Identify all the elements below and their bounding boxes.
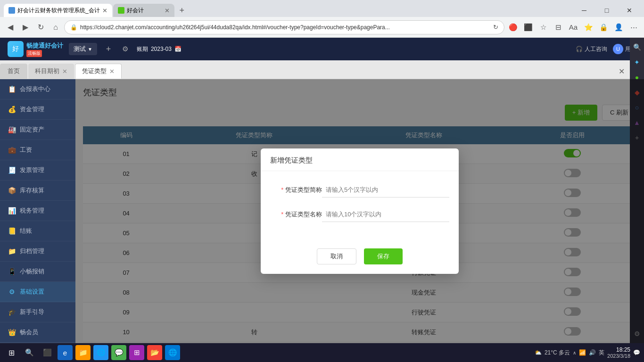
window-maximize[interactable]: □ xyxy=(596,4,618,17)
tab-voucher[interactable]: 凭证类型 ✕ xyxy=(75,64,122,79)
tab-voucher-close[interactable]: ✕ xyxy=(109,68,115,75)
period-info: 账期 2023-03 📅 xyxy=(137,45,182,53)
logo-text: 畅捷通好会计 xyxy=(26,41,63,50)
tab2-close-icon[interactable]: ✕ xyxy=(165,7,170,14)
window-minimize[interactable]: ─ xyxy=(573,4,595,17)
save-button[interactable]: 保存 xyxy=(364,248,403,264)
extension-icon-5[interactable]: Aa xyxy=(567,21,580,34)
taskbar-system-icons: ⛅ 21°C 多云 ∧ 📶 🔊 英 18:25 2023/3/18 💬 xyxy=(535,346,640,359)
taskbar-app-edge[interactable]: 🌐 xyxy=(165,345,180,360)
assets-icon: 🏭 xyxy=(8,125,16,134)
tab1-close-icon[interactable]: ✕ xyxy=(102,7,107,14)
calendar-icon[interactable]: 📅 xyxy=(174,46,182,52)
form-row-short: * 凭证类型简称 xyxy=(270,182,449,197)
tab-homepage[interactable]: 首页 xyxy=(0,64,27,79)
address-bar[interactable]: 🔒 https://cloud2.chanjet.com/accounting/… xyxy=(64,20,504,34)
guide-label: 新手引导 xyxy=(20,308,44,316)
dialog-overlay: 新增凭证类型 * 凭证类型简称 * 凭证类型名称 xyxy=(75,79,644,343)
taskbar-task-view[interactable]: ⬛ xyxy=(40,345,55,360)
tab2-title: 好会计 xyxy=(127,7,162,15)
tab-voucher-label: 凭证类型 xyxy=(82,67,107,75)
taskbar-app-3[interactable]: 🌐 xyxy=(93,345,108,360)
sidebar-item-archive[interactable]: 📁 归档管理 xyxy=(0,241,75,262)
forward-button[interactable]: ▶ xyxy=(19,21,32,34)
inventory-icon: 📦 xyxy=(8,186,16,195)
taskbar-app-2[interactable]: 📁 xyxy=(75,345,91,360)
taskbar-notification[interactable]: 💬 xyxy=(633,349,640,356)
cancel-button[interactable]: 取消 xyxy=(317,248,356,264)
taskbar-app-5[interactable]: ⊞ xyxy=(129,345,144,360)
salary-label: 工资 xyxy=(20,146,32,154)
expense-icon: 📱 xyxy=(8,267,16,276)
extension-icon-7[interactable]: 🔒 xyxy=(597,21,610,34)
taskbar-lang[interactable]: 英 xyxy=(599,349,604,357)
period-label: 账期 xyxy=(137,45,148,53)
back-button[interactable]: ◀ xyxy=(4,21,17,34)
sidebar-item-inventory[interactable]: 📦 库存核算 xyxy=(0,181,75,201)
sidebar-item-invoice[interactable]: 🧾 发票管理 xyxy=(0,160,75,181)
taskbar-app-4[interactable]: 💬 xyxy=(111,345,126,360)
sidebar-item-salary[interactable]: 💼 工资 xyxy=(0,140,75,160)
app-tabs-bar: 首页 科目期初 ✕ 凭证类型 ✕ ✕ ⤢ xyxy=(0,60,644,79)
taskbar-weather-text: 21°C 多云 xyxy=(545,349,570,357)
home-button[interactable]: ⌂ xyxy=(49,21,62,34)
browser-chrome: 好会计云财务软件管理系统_会计 ✕ 好会计 ✕ + ─ □ ✕ xyxy=(0,0,644,17)
finance-icon: 💰 xyxy=(8,105,16,114)
browser-toolbar: ◀ ▶ ↻ ⌂ 🔒 https://cloud2.chanjet.com/acc… xyxy=(0,17,644,38)
start-button[interactable]: ⊞ xyxy=(4,345,19,360)
content-area: 凭证类型 + 新增 C 刷新 编码 凭证类型简称 凭证类型名称 是否启用 xyxy=(75,79,644,343)
ext-search-icon[interactable]: 🔍 xyxy=(631,41,643,53)
sidebar-item-reports[interactable]: 📋 会报表中心 xyxy=(0,79,75,99)
taskbar-chevron[interactable]: ∧ xyxy=(573,350,576,355)
taskbar-app-1[interactable]: e xyxy=(58,345,73,360)
lock-icon: 🔒 xyxy=(70,24,77,31)
dialog-body: * 凭证类型简称 * 凭证类型名称 xyxy=(261,171,459,243)
invoice-icon: 🧾 xyxy=(8,166,16,174)
short-name-input[interactable] xyxy=(322,182,449,197)
tab-subject-close[interactable]: ✕ xyxy=(62,68,67,75)
tab2-favicon xyxy=(118,7,124,14)
taskbar-speaker-icon: 🔊 xyxy=(589,349,596,356)
taskbar-app-6[interactable]: 📂 xyxy=(147,345,162,360)
extension-icon-8[interactable]: 👤 xyxy=(612,21,625,34)
extension-icon-1[interactable]: 🔴 xyxy=(506,21,520,34)
logo-subtitle: 流畅版 xyxy=(26,50,42,57)
sidebar-item-guide[interactable]: 🎓 新手引导 xyxy=(0,302,75,322)
extension-icon-3[interactable]: ☆ xyxy=(537,21,550,34)
add-account-button[interactable]: + xyxy=(103,43,114,55)
sidebar-item-assets[interactable]: 🏭 固定资产 xyxy=(0,120,75,140)
member-label: 畅会员 xyxy=(20,328,38,337)
app-header: 好 畅捷通好会计 流畅版 测试 ▼ + ⚙ 账期 2023-03 📅 🎧 人工咨… xyxy=(0,38,644,60)
taskbar-clock: 18:25 2023/3/18 xyxy=(607,346,630,359)
tab-subject[interactable]: 科目期初 ✕ xyxy=(28,64,74,79)
human-service-button[interactable]: 🎧 人工咨询 xyxy=(576,45,607,53)
extension-icon-2[interactable]: ⬛ xyxy=(521,21,535,34)
short-name-label: * 凭证类型简称 xyxy=(270,186,322,194)
reports-label: 会报表中心 xyxy=(20,85,50,93)
window-close[interactable]: ✕ xyxy=(619,4,640,17)
new-tab-button[interactable]: + xyxy=(175,4,189,17)
sidebar-item-member[interactable]: 👑 畅会员 xyxy=(0,322,75,343)
sidebar-item-finance[interactable]: 💰 资金管理 xyxy=(0,99,75,120)
taskbar-search[interactable]: 🔍 xyxy=(22,345,37,360)
ext-icon-1[interactable]: ✦ xyxy=(631,57,643,68)
settings-button[interactable]: ⚙ xyxy=(120,43,131,55)
sidebar-item-settings[interactable]: ⚙ 基础设置 xyxy=(0,282,75,302)
tab-2[interactable]: 好会计 ✕ xyxy=(113,4,174,17)
sidebar-item-tax[interactable]: 📊 税务管理 xyxy=(0,201,75,221)
form-row-full: * 凭证类型名称 xyxy=(270,207,449,222)
full-name-input[interactable] xyxy=(322,207,449,222)
refresh-button[interactable]: ↻ xyxy=(34,21,47,34)
extension-icon-4[interactable]: ⊟ xyxy=(552,21,565,34)
taskbar: ⊞ 🔍 ⬛ e 📁 🌐 💬 ⊞ 📂 🌐 ⛅ 21°C 多云 ∧ 📶 🔊 英 18… xyxy=(0,343,644,362)
tab1-favicon xyxy=(8,7,15,14)
company-selector[interactable]: 测试 ▼ xyxy=(69,43,97,55)
dropdown-icon: ▼ xyxy=(88,47,92,52)
tab-1[interactable]: 好会计云财务软件管理系统_会计 ✕ xyxy=(4,4,112,17)
more-options-button[interactable]: ⋯ xyxy=(627,21,640,34)
extension-icon-6[interactable]: ⭐ xyxy=(582,21,595,34)
sidebar-item-expense[interactable]: 📱 小畅报销 xyxy=(0,262,75,282)
sidebar-item-close[interactable]: 📒 结账 xyxy=(0,221,75,241)
taskbar-date: 2023/3/18 xyxy=(607,353,630,359)
window-close-icon[interactable]: ✕ xyxy=(614,64,629,79)
